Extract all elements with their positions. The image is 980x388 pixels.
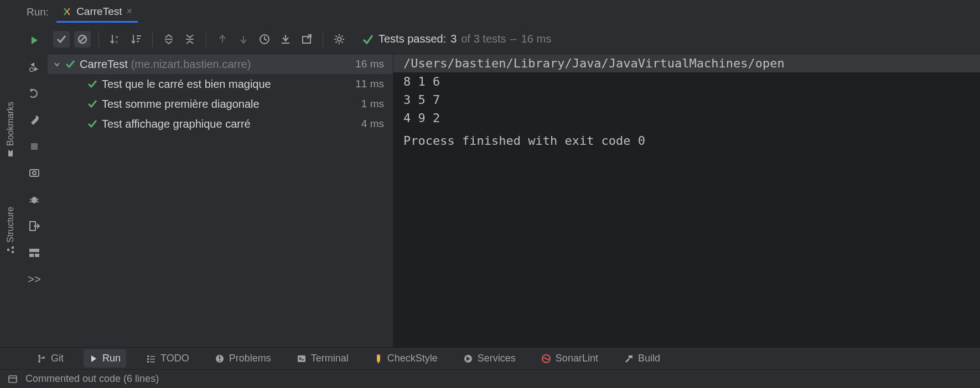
test-tree[interactable]: CarreTest (me.nizart.bastien.carre) 16 m… bbox=[48, 54, 393, 347]
svg-rect-56 bbox=[9, 376, 17, 382]
show-passed-icon[interactable] bbox=[53, 31, 70, 48]
console-line: 4 9 2 bbox=[393, 109, 980, 127]
structure-tool-button[interactable]: Structure bbox=[6, 207, 15, 254]
run-tool-rail: >> bbox=[21, 24, 48, 347]
test-tree-item[interactable]: Test affichage graphique carré 4 ms bbox=[48, 114, 393, 134]
svg-line-11 bbox=[37, 201, 39, 202]
more-icon[interactable]: >> bbox=[28, 273, 40, 286]
prev-failed-icon[interactable] bbox=[214, 31, 231, 48]
layout-icon[interactable] bbox=[26, 244, 43, 261]
stop-icon[interactable] bbox=[26, 138, 43, 155]
show-ignored-icon[interactable] bbox=[74, 31, 91, 48]
svg-text:z: z bbox=[116, 39, 118, 44]
tests-duration: 16 ms bbox=[521, 33, 551, 45]
rerun-failed-icon[interactable] bbox=[26, 59, 43, 75]
console-line: 8 1 6 bbox=[393, 72, 980, 91]
svg-line-17 bbox=[80, 36, 85, 42]
bookmarks-tool-button[interactable]: Bookmarks bbox=[6, 102, 15, 157]
separator bbox=[98, 32, 99, 47]
run-config-icon bbox=[62, 7, 72, 17]
test-tree-root[interactable]: CarreTest (me.nizart.bastien.carre) 16 m… bbox=[48, 54, 393, 74]
export-tests-icon[interactable] bbox=[298, 31, 315, 48]
svg-rect-27 bbox=[303, 36, 310, 43]
hammer-icon bbox=[624, 354, 634, 364]
tab-git[interactable]: Git bbox=[31, 349, 69, 368]
warning-icon bbox=[215, 354, 225, 364]
svg-line-10 bbox=[30, 201, 32, 202]
collapse-all-icon[interactable] bbox=[182, 31, 198, 48]
left-rail: Bookmarks Structure bbox=[0, 24, 21, 347]
separator bbox=[323, 32, 323, 47]
dump-threads-icon[interactable] bbox=[26, 165, 43, 181]
run-config-tab[interactable]: CarreTest × bbox=[56, 2, 138, 23]
svg-point-6 bbox=[33, 171, 36, 175]
svg-rect-13 bbox=[29, 249, 39, 252]
svg-line-34 bbox=[341, 41, 343, 43]
svg-line-36 bbox=[341, 35, 343, 36]
svg-rect-48 bbox=[219, 360, 220, 361]
check-icon bbox=[362, 33, 374, 45]
console-output[interactable]: /Users/bastien/Library/Java/JavaVirtualM… bbox=[393, 54, 980, 347]
run-tool-header: Run: CarreTest × bbox=[0, 0, 980, 24]
next-failed-icon[interactable] bbox=[235, 31, 252, 48]
gear-icon[interactable] bbox=[331, 31, 348, 48]
import-tests-icon[interactable] bbox=[277, 31, 294, 48]
svg-rect-1 bbox=[12, 247, 14, 249]
expand-all-icon[interactable] bbox=[160, 31, 177, 48]
test-name: Test affichage graphique carré bbox=[102, 118, 251, 130]
test-passed-icon bbox=[87, 79, 97, 89]
test-class-name: CarreTest bbox=[80, 58, 128, 71]
tab-checkstyle[interactable]: CheckStyle bbox=[369, 349, 443, 368]
list-icon bbox=[146, 354, 156, 364]
tab-problems[interactable]: Problems bbox=[209, 349, 277, 368]
svg-rect-0 bbox=[12, 251, 14, 253]
sort-alpha-icon[interactable]: az bbox=[107, 31, 123, 48]
test-name: Test somme première diagonale bbox=[102, 98, 260, 111]
console-line: 3 5 7 bbox=[393, 91, 980, 109]
svg-line-35 bbox=[336, 41, 337, 43]
tab-sonarlint[interactable]: SonarLint bbox=[536, 349, 604, 368]
test-name: Test que le carré est bien magique bbox=[102, 78, 271, 91]
git-branch-icon bbox=[37, 354, 46, 364]
run-label: Run: bbox=[27, 6, 49, 18]
tests-passed-prefix: Tests passed: bbox=[378, 33, 446, 45]
tab-todo[interactable]: TODO bbox=[141, 349, 195, 368]
svg-rect-45 bbox=[150, 361, 155, 363]
tab-services[interactable]: Services bbox=[458, 349, 521, 368]
rerun-icon[interactable] bbox=[26, 32, 43, 49]
test-tree-item[interactable]: Test que le carré est bien magique 11 ms bbox=[48, 74, 393, 94]
status-message: Commented out code (6 lines) bbox=[25, 373, 159, 385]
tab-build[interactable]: Build bbox=[618, 349, 666, 368]
tab-run[interactable]: Run bbox=[84, 349, 126, 368]
svg-rect-40 bbox=[147, 355, 149, 357]
test-passed-icon bbox=[87, 119, 97, 129]
wrench-icon[interactable] bbox=[26, 112, 43, 128]
test-tree-item[interactable]: Test somme première diagonale 1 ms bbox=[48, 94, 393, 114]
tab-terminal[interactable]: Terminal bbox=[291, 349, 354, 368]
test-passed-icon bbox=[65, 59, 75, 69]
test-history-icon[interactable] bbox=[256, 31, 273, 48]
chevron-down-icon[interactable] bbox=[53, 60, 65, 68]
test-class-package: (me.nizart.bastien.carre) bbox=[131, 58, 251, 71]
separator bbox=[152, 32, 153, 47]
svg-line-8 bbox=[30, 199, 32, 200]
sort-duration-icon[interactable] bbox=[128, 31, 144, 48]
console-command-line[interactable]: /Users/bastien/Library/Java/JavaVirtualM… bbox=[393, 54, 980, 72]
svg-point-37 bbox=[38, 355, 40, 357]
svg-rect-4 bbox=[31, 143, 38, 150]
svg-point-7 bbox=[32, 197, 37, 203]
run-config-name: CarreTest bbox=[76, 6, 122, 18]
toggle-auto-test-icon[interactable] bbox=[26, 85, 43, 102]
svg-rect-5 bbox=[30, 170, 39, 176]
window-icon[interactable] bbox=[8, 374, 18, 384]
svg-line-9 bbox=[37, 199, 39, 200]
svg-rect-42 bbox=[147, 358, 149, 360]
status-bar: Commented out code (6 lines) bbox=[0, 369, 980, 388]
svg-text:a: a bbox=[116, 34, 118, 39]
console-line: Process finished with exit code 0 bbox=[393, 132, 980, 150]
play-icon bbox=[89, 354, 98, 363]
debug-icon[interactable] bbox=[26, 191, 43, 208]
exit-icon[interactable] bbox=[26, 218, 43, 234]
close-icon[interactable]: × bbox=[127, 6, 133, 17]
svg-rect-21 bbox=[137, 38, 140, 39]
